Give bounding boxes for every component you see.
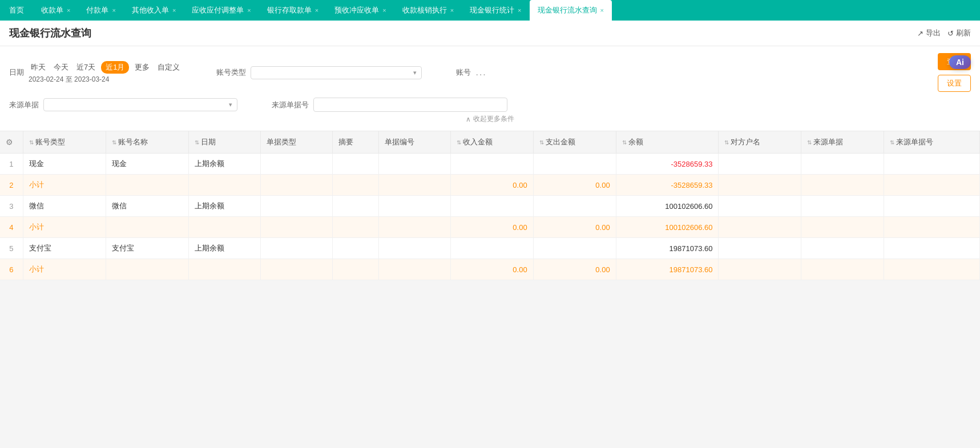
account-type-filter-group: 账号类型 ▾ [216, 66, 422, 79]
col-header-account_name[interactable]: ⇅账号名称 [106, 131, 188, 154]
account-name-cell: 现金 [106, 154, 188, 175]
source-doc-label: 来源单据 [9, 100, 39, 110]
account-type-cell: 支付宝 [23, 238, 106, 259]
close-icon[interactable]: × [382, 7, 386, 14]
source-doc-num-label: 来源单据号 [272, 100, 309, 110]
sort-arrows: ⇅ [29, 139, 34, 146]
date-shortcut-1month[interactable]: 近1月 [101, 61, 129, 74]
nav-tab-fksingle[interactable]: 付款单× [78, 0, 123, 21]
collapse-bar[interactable]: ∧ 收起更多条件 [9, 112, 971, 124]
date-shortcut-7days[interactable]: 近7天 [74, 61, 98, 74]
col-header-expense[interactable]: ⇅支出金额 [533, 131, 616, 154]
date-shortcut-more[interactable]: 更多 [132, 61, 152, 74]
export-btn[interactable]: ↗ 导出 [917, 28, 941, 38]
table-row: 1现金现金上期余额-3528659.33 [0, 154, 980, 175]
income-cell [450, 154, 533, 175]
ai-badge[interactable]: Ai [949, 55, 971, 69]
nav-tab-verify[interactable]: 收款核销执行× [394, 0, 462, 21]
date-cell: 上期余额 [188, 238, 260, 259]
table-row: 2小计0.000.00-3528659.33 [0, 175, 980, 196]
summary-cell [332, 154, 378, 175]
close-icon[interactable]: × [112, 7, 115, 14]
account-name-cell: 支付宝 [106, 238, 188, 259]
row-number: 1 [0, 154, 23, 175]
source-doc-cell [801, 217, 884, 238]
page-header: 现金银行流水查询 ↗ 导出 ↺ 刷新 [0, 21, 980, 46]
source-doc-num-input[interactable] [313, 98, 507, 112]
col-header-income[interactable]: ⇅收入金额 [450, 131, 533, 154]
doc-type-cell [260, 259, 332, 280]
col-header-counterpart[interactable]: ⇅对方户名 [719, 131, 801, 154]
source-doc-filter-group: 来源单据 ▾ [9, 98, 237, 111]
export-icon: ↗ [917, 29, 923, 38]
col-header-doc_type: 单据类型 [260, 131, 332, 154]
col-header-balance[interactable]: ⇅余额 [616, 131, 719, 154]
balance-cell: 19871073.60 [616, 238, 719, 259]
source-doc-num-filter-group: 来源单据号 [272, 98, 507, 112]
close-icon[interactable]: × [315, 7, 318, 14]
doc-num-cell [378, 196, 450, 217]
income-cell [450, 196, 533, 217]
row-number: 6 [0, 259, 23, 280]
header-actions: ↗ 导出 ↺ 刷新 [917, 28, 971, 38]
refresh-btn[interactable]: ↺ 刷新 [947, 28, 971, 38]
account-more-icon[interactable]: ... [475, 67, 486, 78]
settings-icon[interactable]: ⚙ [6, 138, 13, 147]
doc-type-cell [260, 196, 332, 217]
col-header-source_doc[interactable]: ⇅来源单据 [801, 131, 884, 154]
account-type-cell: 微信 [23, 196, 106, 217]
date-shortcut-today[interactable]: 今天 [51, 61, 71, 74]
date-cell [188, 217, 260, 238]
col-header-source_doc_num[interactable]: ⇅来源单据号 [884, 131, 980, 154]
account-type-cell: 小计 [23, 175, 106, 196]
nav-tab-prepay[interactable]: 预收冲应收单× [326, 0, 394, 21]
expense-cell: 0.00 [533, 259, 616, 280]
table-header-row: ⚙⇅账号类型⇅账号名称⇅日期单据类型摘要单据编号⇅收入金额⇅支出金额⇅余额⇅对方… [0, 131, 980, 154]
settings-button[interactable]: 设置 [938, 75, 971, 92]
doc-num-cell [378, 154, 450, 175]
date-label: 日期 [9, 67, 24, 78]
table-row: 3微信微信上期余额100102606.60 [0, 196, 980, 217]
sort-arrows: ⇅ [890, 139, 894, 146]
date-filter-group: 日期 昨天今天近7天近1月更多自定义 2023-02-24 至 2023-03-… [9, 61, 182, 84]
close-icon[interactable]: × [450, 7, 454, 14]
close-icon[interactable]: × [172, 7, 176, 14]
date-shortcut-custom[interactable]: 自定义 [155, 61, 182, 74]
sort-arrows: ⇅ [457, 139, 461, 146]
table-row: 5支付宝支付宝上期余额19871073.60 [0, 238, 980, 259]
source-doc-select[interactable]: ▾ [43, 98, 237, 111]
col-header-date[interactable]: ⇅日期 [188, 131, 260, 154]
close-icon[interactable]: × [67, 7, 70, 14]
sort-arrows: ⇅ [724, 139, 729, 146]
nav-tab-bankdeposit[interactable]: 银行存取款单× [259, 0, 326, 21]
data-table: ⚙⇅账号类型⇅账号名称⇅日期单据类型摘要单据编号⇅收入金额⇅支出金额⇅余额⇅对方… [0, 131, 980, 280]
account-type-label: 账号类型 [216, 67, 246, 78]
date-shortcut-yesterday[interactable]: 昨天 [29, 61, 48, 74]
account-type-cell: 小计 [23, 259, 106, 280]
close-icon[interactable]: × [600, 7, 604, 14]
balance-cell: -3528659.33 [616, 175, 719, 196]
page-title: 现金银行流水查询 [9, 26, 91, 40]
account-type-select[interactable]: ▾ [251, 66, 422, 79]
summary-cell [332, 196, 378, 217]
col-header-settings: ⚙ [0, 131, 23, 154]
date-cell [188, 175, 260, 196]
expense-cell: 0.00 [533, 175, 616, 196]
sort-arrows: ⇅ [807, 139, 812, 146]
nav-tab-sksingle[interactable]: 收款单× [33, 0, 78, 21]
income-cell [450, 238, 533, 259]
expense-cell [533, 238, 616, 259]
close-icon[interactable]: × [518, 7, 521, 14]
col-header-account_type[interactable]: ⇅账号类型 [23, 131, 106, 154]
nav-tab-bankstat[interactable]: 现金银行统计× [462, 0, 529, 21]
nav-tab-adjust[interactable]: 应收应付调整单× [184, 0, 259, 21]
doc-type-cell [260, 238, 332, 259]
source-doc-cell [801, 259, 884, 280]
source-doc-num-cell [884, 175, 980, 196]
nav-tab-othersingle[interactable]: 其他收入单× [124, 0, 184, 21]
doc-type-cell [260, 175, 332, 196]
nav-home[interactable]: 首页 [0, 0, 33, 21]
summary-cell [332, 175, 378, 196]
close-icon[interactable]: × [247, 7, 251, 14]
nav-tab-bankflow[interactable]: 现金银行流水查询× [530, 0, 612, 21]
